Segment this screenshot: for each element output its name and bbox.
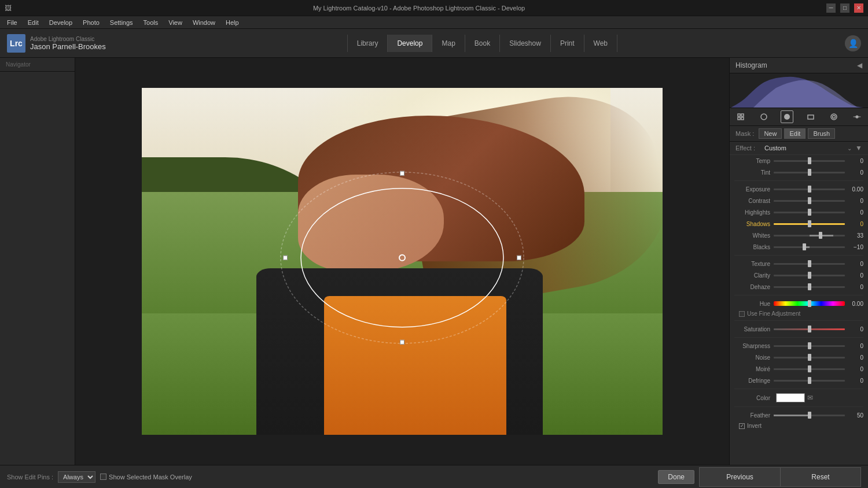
highlights-track[interactable]	[774, 212, 845, 213]
saturation-track[interactable]	[774, 328, 845, 330]
tint-track[interactable]	[774, 172, 845, 173]
clarity-thumb[interactable]	[808, 272, 811, 279]
texture-value: 0	[845, 261, 863, 267]
defringe-track[interactable]	[774, 380, 845, 382]
shadows-track[interactable]	[774, 223, 845, 225]
handle-top[interactable]	[400, 171, 404, 176]
noise-thumb[interactable]	[808, 354, 811, 361]
effect-value[interactable]: Custom	[764, 145, 847, 151]
blacks-thumb[interactable]	[803, 243, 806, 250]
hue-thumb[interactable]	[808, 300, 811, 307]
moire-track[interactable]	[774, 368, 845, 370]
user-avatar[interactable]: 👤	[845, 35, 861, 51]
reset-button[interactable]: Reset	[780, 467, 861, 487]
menu-item-photo[interactable]: Photo	[78, 18, 104, 27]
menu-item-help[interactable]: Help	[221, 18, 244, 27]
effect-dropdown-arrow[interactable]: ⌄	[847, 145, 852, 151]
mask-new-button[interactable]: New	[759, 128, 782, 139]
dehaze-track[interactable]	[774, 286, 845, 288]
show-overlay-checkbox[interactable]	[100, 474, 106, 480]
handle-center[interactable]	[399, 254, 406, 261]
slider-tool-icon[interactable]	[851, 110, 863, 123]
contrast-thumb[interactable]	[808, 197, 811, 204]
nav-link-develop[interactable]: Develop	[388, 35, 432, 52]
contrast-track[interactable]	[774, 200, 845, 202]
whites-thumb[interactable]	[819, 232, 822, 239]
previous-button[interactable]: Previous	[699, 467, 780, 487]
exposure-thumb[interactable]	[808, 186, 811, 193]
invert-checkbox[interactable]: ✓	[739, 423, 745, 429]
temp-thumb[interactable]	[808, 157, 811, 164]
nav-link-web[interactable]: Web	[584, 35, 617, 52]
defringe-thumb[interactable]	[808, 377, 811, 384]
nav-link-book[interactable]: Book	[465, 35, 500, 52]
effect-panel-arrow[interactable]: ▼	[855, 144, 862, 152]
ring-tool-icon[interactable]	[827, 110, 840, 123]
texture-track[interactable]	[774, 263, 845, 265]
saturation-thumb[interactable]	[808, 326, 811, 332]
nav-end: 👤	[845, 35, 861, 51]
exposure-track[interactable]	[774, 188, 845, 190]
histogram-collapse-icon[interactable]: ◀	[857, 61, 862, 69]
menu-item-view[interactable]: View	[164, 18, 187, 27]
shadows-thumb[interactable]	[808, 220, 811, 227]
handle-left[interactable]	[283, 256, 288, 260]
handle-bottom[interactable]	[400, 339, 404, 344]
dehaze-thumb[interactable]	[808, 283, 811, 290]
menu-item-window[interactable]: Window	[188, 18, 220, 27]
feather-track[interactable]	[774, 415, 845, 416]
mask-ellipse-container[interactable]	[278, 168, 527, 347]
dehaze-value: 0	[845, 284, 863, 290]
texture-thumb[interactable]	[808, 260, 811, 267]
menu-item-file[interactable]: File	[2, 18, 22, 27]
color-picker-icon[interactable]: ✉	[807, 394, 813, 402]
menu-item-settings[interactable]: Settings	[105, 18, 138, 27]
circle-tool-icon[interactable]	[757, 110, 770, 123]
filled-circle-tool-icon[interactable]	[781, 110, 793, 123]
hue-track[interactable]	[774, 301, 845, 306]
mask-edit-button[interactable]: Edit	[784, 128, 806, 139]
menu-item-develop[interactable]: Develop	[45, 18, 77, 27]
sharpness-thumb[interactable]	[808, 342, 811, 349]
menu-item-edit[interactable]: Edit	[23, 18, 43, 27]
color-swatch[interactable]	[776, 393, 805, 402]
texture-label: Texture	[734, 261, 774, 267]
fine-adjustment-checkbox[interactable]	[739, 311, 745, 317]
moire-thumb[interactable]	[808, 365, 811, 372]
fine-adjustment-row: Use Fine Adjustment	[734, 309, 863, 318]
nav-links: LibraryDevelopMapBookSlideshowPrintWeb	[120, 35, 845, 52]
nav-link-map[interactable]: Map	[432, 35, 465, 52]
nav-link-library[interactable]: Library	[347, 35, 388, 52]
maximize-button[interactable]: □	[840, 3, 849, 13]
color-row: Color ✉	[734, 391, 863, 404]
noise-track[interactable]	[774, 357, 845, 358]
svg-rect-3	[741, 114, 744, 116]
crop-tool-icon[interactable]	[734, 110, 747, 123]
clarity-track[interactable]	[774, 275, 845, 276]
highlights-thumb[interactable]	[808, 209, 811, 216]
mask-brush-button[interactable]: Brush	[808, 128, 835, 139]
temp-track[interactable]	[774, 160, 845, 162]
feather-thumb[interactable]	[808, 412, 811, 419]
tint-value: 0	[845, 169, 863, 176]
menu-item-tools[interactable]: Tools	[139, 18, 163, 27]
close-button[interactable]: ✕	[854, 3, 863, 13]
whites-slider-row: Whites 33	[734, 230, 863, 241]
whites-track[interactable]	[774, 235, 845, 236]
minimize-button[interactable]: ─	[826, 3, 836, 13]
blacks-track[interactable]	[774, 246, 845, 248]
done-button[interactable]: Done	[658, 470, 694, 484]
fine-adjustment-label: Use Fine Adjustment	[747, 310, 800, 317]
sharpness-track[interactable]	[774, 345, 845, 347]
sharpness-slider-row: Sharpness 0	[734, 340, 863, 352]
tint-thumb[interactable]	[808, 169, 811, 176]
sliders-section: Temp 0 Tint 0 Exposure	[730, 155, 868, 465]
user-name: Jason Parnell-Brookes	[30, 42, 106, 51]
nav-link-print[interactable]: Print	[551, 35, 584, 52]
handle-right[interactable]	[517, 256, 521, 260]
rectangle-tool-icon[interactable]	[804, 110, 817, 123]
show-pins-dropdown[interactable]: Always	[58, 471, 95, 483]
right-panel: Histogram ◀	[729, 58, 868, 465]
nav-link-slideshow[interactable]: Slideshow	[500, 35, 551, 52]
svg-rect-8	[808, 115, 814, 119]
